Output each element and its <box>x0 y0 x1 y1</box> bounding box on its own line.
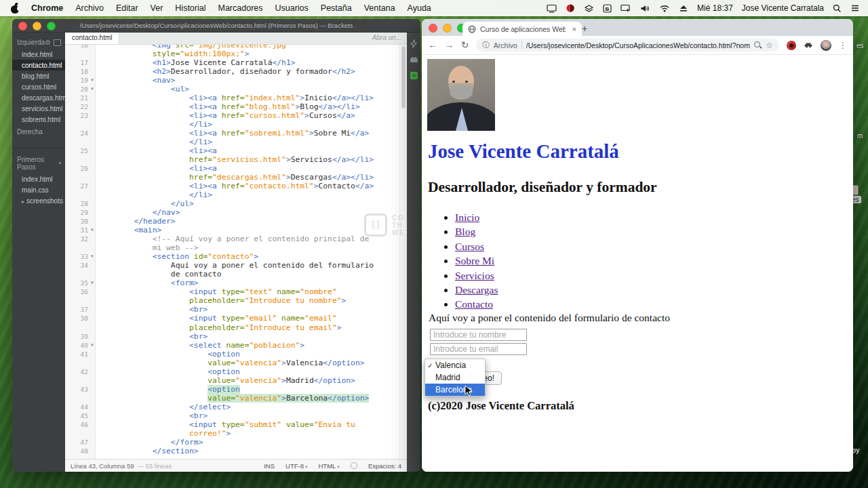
reload-button[interactable]: ↻ <box>461 41 469 50</box>
back-button[interactable]: ← <box>428 41 437 50</box>
extensions-puzzle-icon[interactable] <box>804 41 813 50</box>
nav-link-servicios[interactable]: Servicios <box>455 270 494 281</box>
menu-ventana[interactable]: Ventana <box>358 3 401 13</box>
file-servicios-html[interactable]: servicios.html <box>12 103 65 114</box>
mouse-cursor <box>465 385 473 396</box>
file-index-html[interactable]: index.html <box>12 49 65 60</box>
file-screenshots[interactable]: ▸screenshots <box>12 195 65 206</box>
zoom-window-button[interactable] <box>47 22 56 30</box>
insert-mode-toggle[interactable]: INS <box>264 462 275 470</box>
nav-list-item: Contacto <box>455 298 498 310</box>
brackets-titlebar[interactable]: /Users/josevicente/Desktop/CursoAplicaci… <box>12 19 420 33</box>
bookmark-star-icon[interactable]: ☆ <box>766 41 773 50</box>
menu-pesta-a[interactable]: Pestaña <box>315 3 358 13</box>
email-input[interactable] <box>430 343 527 355</box>
option-barcelona[interactable]: Barcelona <box>425 384 485 396</box>
code-row: 45 <br> <box>65 411 400 420</box>
file-contacto-html[interactable]: contacto.html <box>12 60 65 70</box>
code-row: 30 </header> <box>65 217 400 226</box>
menu-chrome[interactable]: Chrome <box>25 3 69 13</box>
menu-marcadores[interactable]: Marcadores <box>212 3 269 13</box>
extension-manager-icon[interactable] <box>410 56 418 63</box>
working-set-right-header: Derecha <box>12 125 65 138</box>
svg-text:B: B <box>606 5 610 12</box>
code-row: 23 <li><a href="cursos.html">Cursos</a> <box>65 111 400 120</box>
code-row: 32 <!-- Aquí voy a poner el contenido pr… <box>65 235 400 243</box>
file-blog-html[interactable]: blog.html <box>12 70 65 81</box>
code-editor[interactable]: 16 <img src="img/josevicente.jpg" style=… <box>65 45 407 459</box>
minimize-window-button[interactable] <box>443 24 452 33</box>
encoding-select[interactable]: UTF-8▾ <box>285 462 307 470</box>
nav-list-item: Cursos <box>455 241 498 253</box>
line-count: — 55 líneas <box>137 462 172 470</box>
file-sobremi-html[interactable]: sobremi.html <box>12 114 65 125</box>
nav-link-sobre-mi[interactable]: Sobre Mi <box>455 255 494 266</box>
nav-link-cursos[interactable]: Cursos <box>455 241 484 252</box>
menu-historial[interactable]: Historial <box>169 3 212 13</box>
open-file-hint[interactable]: Abra un... <box>367 33 407 44</box>
code-row: correo!"> <box>65 429 400 438</box>
name-input[interactable] <box>430 329 527 341</box>
menu-archivo[interactable]: Archivo <box>69 3 110 13</box>
url-text[interactable]: /Users/josevicente/Desktop/CursoAplicaci… <box>526 41 750 49</box>
code-row: 42 <option <box>65 367 400 376</box>
nav-list-item: Inicio <box>455 211 498 224</box>
brackets-toolbar <box>407 33 420 472</box>
language-select[interactable]: HTML▾ <box>318 462 339 470</box>
boom-app-icon[interactable]: B <box>603 4 612 13</box>
code-row: mi web --> <box>65 243 400 252</box>
file-descargas-html[interactable]: descargas.html <box>12 92 65 103</box>
extension-red-icon[interactable] <box>787 41 796 50</box>
forward-button[interactable]: → <box>445 41 454 50</box>
zoom-icon[interactable] <box>754 41 762 49</box>
screen-mirroring-icon[interactable] <box>547 4 557 13</box>
menu-ayuda[interactable]: Ayuda <box>401 3 437 13</box>
notification-center-icon[interactable] <box>850 4 860 12</box>
option-valencia[interactable]: ✓Valencia <box>425 359 485 371</box>
extension-green-icon[interactable] <box>410 71 418 80</box>
red-app-icon[interactable] <box>566 3 575 13</box>
browser-tab[interactable]: Curso de aplicaciones Web × <box>462 22 582 36</box>
globe-favicon <box>468 25 476 33</box>
spotlight-search-icon[interactable] <box>833 4 842 13</box>
volume-icon[interactable] <box>640 4 650 13</box>
file-main-css[interactable]: main.css <box>12 184 65 195</box>
nav-link-descargas[interactable]: Descargas <box>455 284 498 296</box>
close-window-button[interactable] <box>18 22 27 30</box>
split-view-icon[interactable] <box>54 39 61 46</box>
tab-contacto[interactable]: contacto.html <box>65 33 119 44</box>
wifi-icon[interactable] <box>659 4 670 12</box>
layers-icon[interactable] <box>584 4 594 13</box>
nav-link-inicio[interactable]: Inicio <box>455 211 479 223</box>
close-window-button[interactable] <box>429 24 437 33</box>
minimize-window-button[interactable] <box>33 22 41 30</box>
live-preview-icon[interactable] <box>410 39 418 48</box>
gear-icon[interactable]: ⚙ <box>45 39 51 46</box>
profile-avatar[interactable] <box>821 40 831 51</box>
info-icon[interactable]: ⓘ <box>482 41 490 50</box>
code-row: 40▼ <select name="poblacion"> <box>65 341 400 350</box>
eject-icon[interactable] <box>679 4 688 12</box>
nav-link-contacto[interactable]: Contacto <box>455 298 493 310</box>
tab-close-icon[interactable]: × <box>570 25 576 33</box>
rendered-page: Jose Vicente Carratalá Desarrollador, di… <box>422 55 853 472</box>
lint-status-icon[interactable] <box>351 462 357 469</box>
menu-editar[interactable]: Editar <box>110 3 144 13</box>
indent-setting[interactable]: Espacios: 4 <box>368 462 401 470</box>
new-tab-button[interactable]: + <box>582 22 587 35</box>
option-madrid[interactable]: Madrid <box>425 371 485 384</box>
nav-link-blog[interactable]: Blog <box>455 226 475 237</box>
file-cursos-html[interactable]: cursos.html <box>12 81 65 92</box>
project-dropdown[interactable]: Primeros Pasos▾ <box>12 152 65 174</box>
apple-menu-icon[interactable] <box>11 3 20 14</box>
chrome-menu-icon[interactable]: ⋮ <box>839 41 847 50</box>
scrollbar-thumb[interactable] <box>401 46 406 108</box>
code-row: 31▼ <main> <box>65 226 400 235</box>
file-index-html[interactable]: index.html <box>12 174 65 184</box>
menu-ver[interactable]: Ver <box>144 3 170 13</box>
editor-scrollbar[interactable] <box>399 45 407 459</box>
address-bar[interactable]: ⓘ Archivo /Users/josevicente/Desktop/Cur… <box>476 39 779 52</box>
menubar-username[interactable]: Jose Vicente Carratala <box>742 3 824 13</box>
display-menu-icon[interactable] <box>620 4 631 13</box>
menu-usuarios[interactable]: Usuarios <box>269 3 315 13</box>
